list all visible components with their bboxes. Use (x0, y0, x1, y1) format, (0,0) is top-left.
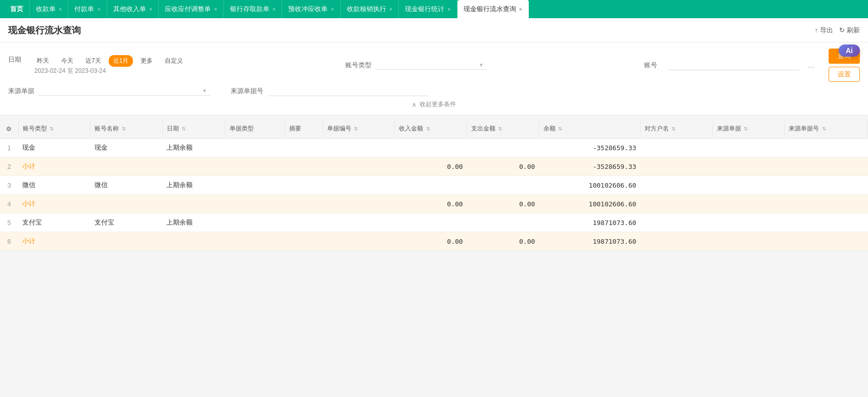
nav-tab-6[interactable]: 收款核销执行 × (341, 0, 399, 18)
row-expense (467, 213, 539, 232)
collapse-label: 收起更多条件 (420, 100, 456, 109)
sort-icon-9: ⇅ (558, 126, 562, 131)
table-header-row: ⚙ 账号类型 ⇅ 账号名称 ⇅ 日期 ⇅ 单据类型 摘要 (0, 119, 868, 139)
row-expense (467, 139, 539, 157)
row-doc-type (225, 232, 285, 251)
source-doc-no-filter: 来源单据号 (231, 86, 429, 96)
nav-tab-close-0[interactable]: × (59, 6, 62, 12)
col-doc-type-label: 单据类型 (230, 125, 254, 132)
nav-tab-8[interactable]: 现金银行流水查询 × (458, 0, 529, 18)
date-btn-custom[interactable]: 自定义 (160, 55, 188, 67)
date-btn-more[interactable]: 更多 (136, 55, 157, 67)
row-num: 2 (0, 157, 18, 176)
nav-tab-close-7[interactable]: × (447, 6, 450, 12)
nav-tab-close-5[interactable]: × (331, 6, 334, 12)
row-account-name: 支付宝 (90, 213, 163, 232)
col-source-doc-no[interactable]: 来源单据号 ⇅ (785, 119, 868, 139)
col-income-label: 收入金额 (399, 125, 423, 132)
row-balance: 19871073.60 (539, 213, 640, 232)
date-options-container: 昨天 今天 近7天 近1月 更多 自定义 2023-02-24 至 2023-0… (32, 55, 188, 75)
sort-icon-6: ⇅ (354, 126, 358, 131)
col-balance[interactable]: 余额 ⇅ (539, 119, 640, 139)
nav-tab-label-2: 其他收入单 (113, 5, 146, 14)
refresh-icon: ↻ (839, 26, 845, 34)
nav-tab-close-8[interactable]: × (519, 6, 522, 12)
row-num: 5 (0, 213, 18, 232)
export-label: 导出 (820, 26, 833, 35)
row-source-doc (712, 139, 785, 157)
date-btn-yesterday[interactable]: 昨天 (32, 55, 54, 67)
col-source-doc-label: 来源单据 (717, 125, 741, 132)
nav-tab-5[interactable]: 预收冲应收单 × (282, 0, 340, 18)
settings-button[interactable]: 设置 (829, 67, 860, 82)
export-button[interactable]: ↑ 导出 (815, 26, 834, 35)
collapse-bar[interactable]: ∧ 收起更多条件 (8, 100, 860, 109)
row-account-type: 现金 (18, 139, 90, 157)
account-dots[interactable]: ... (808, 61, 814, 70)
ai-badge[interactable]: Ai (839, 45, 860, 57)
sort-icon-12: ⇅ (822, 126, 826, 131)
nav-tab-7[interactable]: 现金银行统计 × (399, 0, 457, 18)
col-summary[interactable]: 摘要 (285, 119, 323, 139)
col-counterpart-label: 对方户名 (645, 125, 669, 132)
nav-tab-label-4: 银行存取款单 (230, 5, 269, 14)
row-account-type: 小计 (18, 157, 90, 176)
nav-tab-4[interactable]: 银行存取款单 × (224, 0, 282, 18)
refresh-label: 刷新 (847, 26, 860, 35)
nav-tab-close-4[interactable]: × (272, 6, 276, 12)
row-date (162, 232, 225, 251)
row-account-type: 小计 (18, 195, 90, 213)
nav-tab-close-3[interactable]: × (214, 6, 217, 12)
nav-tab-label-6: 收款核销执行 (347, 5, 386, 14)
table-row: 6小计0.000.0019871073.60 (0, 232, 868, 251)
page-title: 现金银行流水查询 (8, 24, 81, 36)
nav-tab-0[interactable]: 收款单 × (30, 0, 68, 18)
row-source-doc (712, 213, 785, 232)
nav-home[interactable]: 首页 (4, 0, 30, 18)
source-doc-no-input[interactable] (267, 86, 429, 96)
refresh-button[interactable]: ↻ 刷新 (839, 26, 860, 35)
col-date[interactable]: 日期 ⇅ (162, 119, 225, 139)
row-income: 0.00 (395, 232, 467, 251)
row-source-doc-no (785, 176, 868, 195)
account-input[interactable] (668, 60, 800, 70)
nav-tab-2[interactable]: 其他收入单 × (107, 0, 159, 18)
row-source-doc (712, 176, 785, 195)
source-doc-select[interactable]: ▾ (38, 86, 210, 96)
filter-row-2: 来源单据 ▾ 来源单据号 (8, 86, 860, 96)
row-counterpart (641, 232, 713, 251)
nav-tab-close-1[interactable]: × (97, 6, 100, 12)
row-income (395, 176, 467, 195)
col-doc-type[interactable]: 单据类型 (225, 119, 285, 139)
row-summary (285, 195, 323, 213)
nav-tab-3[interactable]: 应收应付调整单 × (159, 0, 223, 18)
settings-icon: ⚙ (6, 125, 12, 133)
col-account-type[interactable]: 账号类型 ⇅ (18, 119, 90, 139)
row-counterpart (641, 157, 713, 176)
date-btn-7days[interactable]: 近7天 (81, 55, 106, 67)
col-income[interactable]: 收入金额 ⇅ (395, 119, 467, 139)
row-account-name (90, 232, 163, 251)
row-account-name: 微信 (90, 176, 163, 195)
col-account-type-label: 账号类型 (23, 125, 47, 132)
col-expense[interactable]: 支出金额 ⇅ (467, 119, 539, 139)
col-doc-no[interactable]: 单据编号 ⇅ (323, 119, 395, 139)
col-account-name[interactable]: 账号名称 ⇅ (90, 119, 163, 139)
col-source-doc[interactable]: 来源单据 ⇅ (712, 119, 785, 139)
col-settings[interactable]: ⚙ (0, 119, 18, 139)
table-row: 2小计0.000.00-3528659.33 (0, 157, 868, 176)
nav-tab-close-6[interactable]: × (389, 6, 392, 12)
date-label: 日期 (8, 55, 28, 64)
row-balance: -3528659.33 (539, 139, 640, 157)
nav-tab-close-2[interactable]: × (149, 6, 152, 12)
col-counterpart[interactable]: 对方户名 ⇅ (641, 119, 713, 139)
account-filter: 账号 ... (644, 60, 814, 70)
row-income (395, 139, 467, 157)
date-btn-1month[interactable]: 近1月 (109, 55, 133, 67)
header-actions: ↑ 导出 ↻ 刷新 (815, 26, 860, 35)
row-account-type: 支付宝 (18, 213, 90, 232)
account-type-select[interactable]: ▾ (376, 61, 487, 70)
sort-icon-1: ⇅ (50, 126, 54, 131)
date-btn-today[interactable]: 今天 (57, 55, 78, 67)
nav-tab-1[interactable]: 付款单 × (68, 0, 107, 18)
